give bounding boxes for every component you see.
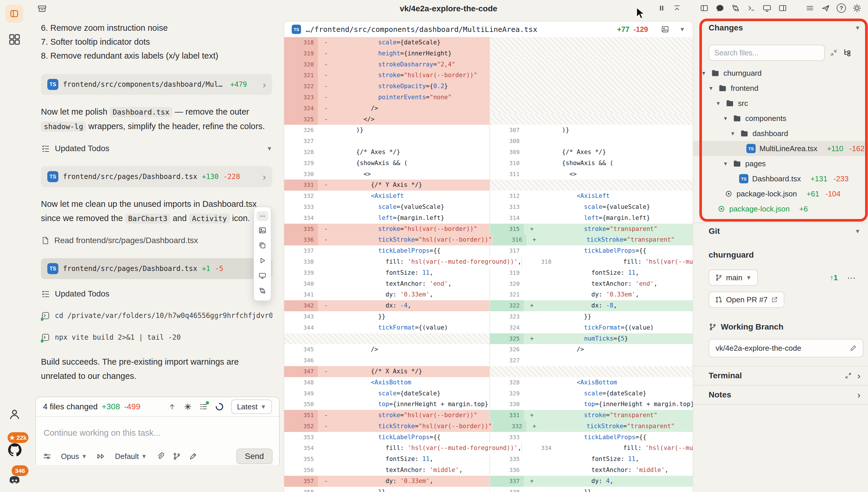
diff-line-old[interactable]: 346 [284,355,489,366]
diff-line-old[interactable]: 326 )} [284,125,489,136]
github-icon[interactable] [8,443,22,457]
diff-line-new[interactable]: 329 scale={dateScale} [489,388,693,399]
diff-line-new[interactable]: 315+ stroke="transparent" [489,224,693,235]
diff-line-old[interactable]: 347- {/* X Axis */} [284,366,489,377]
tree-row[interactable]: ▾components [693,111,868,126]
diff-line-old[interactable]: 352- tickStroke="hsl(var(--border))" [284,421,492,432]
more-icon[interactable]: ⋯ [845,272,858,283]
diff-line-old[interactable]: 325- </> [284,114,489,125]
diff-line-new[interactable] [489,70,693,81]
chat-input[interactable] [43,425,271,440]
diff-line-old[interactable]: 331- {/* Y Axis */} [284,179,489,191]
git-compare-icon[interactable] [731,3,740,13]
diff-line-old[interactable]: 340 textAnchor: 'end', [284,278,489,290]
tree-row[interactable]: TSDashboard.tsx+131-233 [693,171,868,186]
diff-line-old[interactable]: 334 left={margin.left} [284,213,489,224]
diff-line-old[interactable]: 330 <> [284,169,489,180]
diff-line-new[interactable]: 334 fill: 'hsl(var(--muted-foreground))'… [521,443,693,454]
diff-line-old[interactable]: 344 tickFormat={(value) [284,322,489,333]
tree-row[interactable]: ▾churnguard [693,66,868,81]
send-button[interactable]: Send [236,448,273,464]
diff-line-new[interactable]: 310 {showAxis && ( [489,158,693,169]
diff-line-new[interactable]: 333 tickLabelProps={{ [489,432,693,443]
diff-line-old[interactable]: 322- strokeOpacity={0.2} [284,81,489,92]
diff-line-new[interactable]: 331+ stroke="transparent" [489,410,693,421]
diff-line-new[interactable] [489,114,693,125]
profile-icon[interactable] [8,408,21,421]
model-dropdown[interactable]: Opus▼ [59,452,89,461]
diff-line-old[interactable]: 351- stroke="hsl(var(--border))" [284,410,489,421]
diff-line-old[interactable]: 341 dy: '0.33em', [284,289,489,300]
diff-line-new[interactable]: 317 tickLabelProps={{ [489,245,693,256]
diff-line-old[interactable]: 329 {showAxis && ( [284,158,489,169]
diff-line-new[interactable]: 320 textAnchor: 'end', [489,278,693,290]
diff-line-old[interactable]: 324- /> [284,103,489,114]
diff-line-new[interactable]: 323 }} [489,311,693,322]
diff-line-new[interactable] [489,366,693,377]
diff-line-new[interactable]: 327 [489,355,693,366]
arrow-up-icon[interactable] [168,402,177,411]
latest-dropdown[interactable]: Latest ▼ [231,399,272,414]
diff-line-new[interactable] [489,37,693,48]
chevron-down-icon[interactable]: ▼ [679,26,685,33]
todo-list-icon[interactable] [199,402,208,411]
diff-line-new[interactable]: 309 {/* Axes */} [489,147,693,158]
diff-line-old[interactable]: 343 }} [284,311,489,322]
diff-line-old[interactable]: 319- height={innerHeight} [284,48,489,59]
working-branch-input[interactable] [715,343,849,353]
diff-line-new[interactable]: 314 left={margin.left} [489,213,693,224]
diff-line-new[interactable]: 335 fontSize: 11, [489,454,693,465]
tree-row[interactable]: ▾pages [693,156,868,171]
view-toggle-icon[interactable] [661,25,670,34]
diff-line-old[interactable]: 358 }} [284,487,489,492]
search-input[interactable] [709,45,825,61]
tree-row[interactable]: TSMultiLineArea.tsx+110-162 [693,141,868,156]
collapse-up-icon[interactable] [672,3,682,13]
diff-line-new[interactable] [489,92,693,103]
menu-icon[interactable] [805,3,815,13]
diff-line-new[interactable]: 338 }} [489,487,693,492]
diff-line-old[interactable]: 318- scale={dateScale} [284,37,489,48]
diff-line-new[interactable]: 332+ tickStroke="transparent" [492,421,693,432]
copy-icon[interactable] [256,238,269,253]
diff-line-old[interactable] [284,333,489,344]
diff-line-new[interactable]: 316+ tickStroke="transparent" [492,235,693,245]
diff-line-new[interactable]: 336 textAnchor: 'middle', [489,465,693,476]
read-file-row[interactable]: Read frontend/src/pages/Dashboard.tsx [41,234,272,247]
diff-line-new[interactable]: 318 fill: 'hsl(var(--muted-foreground))'… [521,256,693,268]
updated-todos-row[interactable]: Updated Todos ▼ [41,142,272,155]
tree-row[interactable]: package-lock.json+6 [693,201,868,216]
terminal-icon[interactable] [747,3,756,13]
diff-line-old[interactable]: 354 fill: 'hsl(var(--muted-foreground))'… [284,443,521,454]
diff-line-new[interactable] [489,179,693,191]
branch-selector[interactable]: main ▼ [709,270,758,286]
diff-line-old[interactable]: 357- dy: '0.33em', [284,476,489,487]
diff-line-old[interactable]: 335- stroke="hsl(var(--border))" [284,224,489,235]
terminal-section-header[interactable]: Terminal › [709,366,868,385]
collapse-diagonal-icon[interactable] [829,48,838,57]
diff-line-new[interactable] [489,81,693,92]
diff-line-new[interactable]: 330 top={innerHeight + margin.top} [489,399,693,410]
diff-line-new[interactable]: 325+ numTicks={5} [489,333,693,344]
notes-section-header[interactable]: Notes › [709,386,868,404]
diff-line-old[interactable]: 355 fontSize: 11, [284,454,489,465]
diff-line-new[interactable] [489,103,693,114]
panel-left-icon[interactable] [700,3,709,13]
diff-line-old[interactable]: 348 <AxisBottom [284,377,489,388]
branch-icon[interactable] [172,452,181,461]
more-icon[interactable] [257,211,268,221]
changes-section-header[interactable]: Changes ▼ [709,22,868,34]
diff-line-old[interactable]: 337 tickLabelProps={{ [284,245,489,256]
archive-icon[interactable] [37,4,47,14]
tree-row[interactable]: package-lock.json+61-104 [693,186,868,201]
updated-todos-row[interactable]: Updated Todos ▼ [41,288,272,300]
file-change-card[interactable]: TS frontend/src/pages/Dashboard.tsx +130… [41,166,272,187]
diff-line-old[interactable]: 332 <AxisLeft [284,191,489,202]
attach-icon[interactable] [156,452,165,461]
diff-line-new[interactable]: 324 tickFormat={(value) [489,322,693,333]
diff-line-old[interactable]: 320- strokeDasharray="2,4" [284,59,489,70]
fast-forward-icon[interactable] [96,452,106,461]
diff-line-old[interactable]: 349 scale={dateScale} [284,388,489,399]
diff-line-new[interactable]: 321 dy: '0.33em', [489,289,693,300]
run-icon[interactable] [256,253,269,268]
